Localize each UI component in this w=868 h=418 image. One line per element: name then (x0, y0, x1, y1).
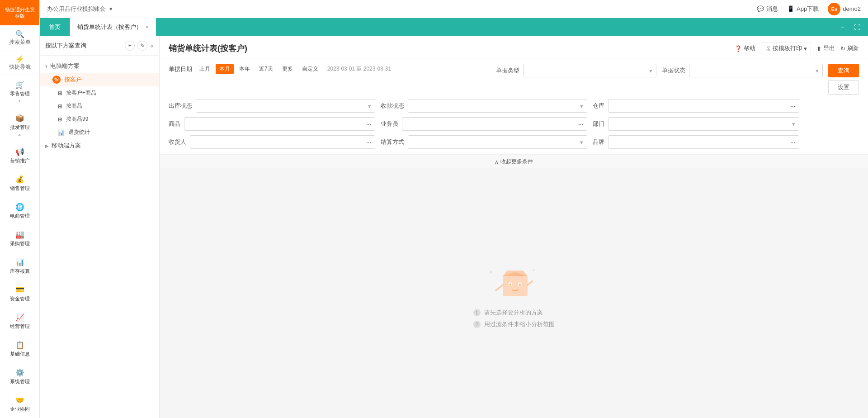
salesperson-more-icon: ··· (578, 121, 583, 128)
sub-item-icon: ⊞ (58, 90, 62, 96)
date-tab-last-month[interactable]: 上月 (196, 64, 214, 74)
receiver-filter[interactable]: ··· (190, 135, 375, 149)
tab-bar-actions: － ⛶ (837, 22, 868, 33)
product-more-icon: ··· (366, 121, 371, 128)
svg-text:✦: ✦ (532, 268, 535, 272)
salesperson-filter[interactable]: ··· (402, 117, 587, 131)
collapse-panel-btn[interactable]: « (150, 42, 154, 49)
tab-home[interactable]: 首页 (40, 18, 70, 36)
message-icon: 💬 (757, 5, 764, 12)
page-title-actions: ❓ 帮助 🖨 按模板打印 ▾ ⬆ 导出 ↻ 刷新 (735, 43, 859, 54)
add-scheme-btn[interactable]: + (125, 41, 135, 51)
type-filter[interactable]: ▾ (523, 64, 657, 77)
sidebar-quick-nav[interactable]: ⚡ 快捷导航 (0, 51, 39, 75)
sidebar-item-wholesale[interactable]: 📦 批发管理 ▴ (0, 109, 39, 142)
app-download-btn[interactable]: 📱 App下载 (787, 5, 819, 13)
main-right: 销货单统计表(按客户) ❓ 帮助 🖨 按模板打印 ▾ ⬆ 导出 (160, 36, 868, 418)
empty-tips: 1 请先选择要分析的方案 2 用过滤条件来缩小分析范围 (473, 309, 555, 328)
sidebar-item-inventory[interactable]: 📊 库存核算 (0, 252, 39, 280)
collapse-chevron-icon: ∧ (495, 159, 499, 165)
tab-active[interactable]: 销货单统计表（按客户） × (70, 18, 156, 36)
receiver-more-icon: ··· (366, 139, 371, 146)
date-tab-7days[interactable]: 近7天 (255, 64, 277, 74)
print-btn[interactable]: 🖨 按模板打印 ▾ (761, 43, 811, 54)
dept-dropdown-icon: ▾ (792, 121, 795, 128)
sidebar-item-operations[interactable]: 📈 经营管理 (0, 308, 39, 335)
mobile-scheme-group[interactable]: ▶ 移动端方案 (40, 139, 159, 152)
date-tab-more[interactable]: 更多 (278, 64, 297, 74)
scheme-item-customer[interactable]: 按 按客户 (40, 73, 159, 86)
empty-state: ✦ ✦ 1 请先选择要分析的方案 2 用过滤条件来缩小分析范围 (160, 168, 868, 418)
panel-title: 按以下方案查询 (45, 42, 86, 50)
tab-maximize-btn[interactable]: ⛶ (852, 22, 863, 33)
sub-item-icon4: 📊 (58, 129, 65, 136)
edit-scheme-btn[interactable]: ✎ (137, 41, 147, 51)
payment-filter[interactable]: ▾ (408, 135, 587, 149)
scheme-item-customer-product[interactable]: ⊞ 按客户+商品 (40, 86, 159, 100)
status-dropdown-icon: ▾ (816, 67, 819, 74)
out-status-label: 出库状态 (169, 102, 192, 110)
date-tab-custom[interactable]: 自定义 (298, 64, 322, 74)
desktop-scheme-group[interactable]: ▾ 电脑端方案 (40, 59, 159, 73)
brand-filter[interactable]: ··· (608, 135, 799, 149)
help-btn[interactable]: ❓ 帮助 (735, 44, 755, 52)
warehouse-filter[interactable]: ··· (608, 99, 799, 113)
scheme-item-product99[interactable]: ⊞ 按商品99 (40, 113, 159, 126)
payment-dropdown-icon: ▾ (580, 139, 583, 146)
header-dropdown-icon[interactable]: ▾ (109, 5, 113, 12)
sub-item-icon3: ⊞ (58, 116, 62, 123)
print-dropdown-icon: ▾ (804, 45, 807, 52)
sidebar-item-purchase[interactable]: 🏭 采购管理 (0, 225, 39, 252)
sidebar-item-finance[interactable]: 💳 资金管理 (0, 280, 39, 308)
date-label: 单据日期 (169, 65, 192, 73)
sidebar-search[interactable]: 🔍 搜索菜单 (0, 25, 39, 51)
sidebar-item-marketing[interactable]: 📢 营销推广 (0, 142, 39, 170)
brand-label: 品牌 (593, 138, 604, 146)
sidebar-item-sales[interactable]: 💰 销售管理 (0, 170, 39, 197)
out-status-filter[interactable]: ▾ (196, 99, 375, 113)
active-scheme-icon: 按 (52, 76, 61, 84)
header-right: 💬 消息 📱 App下载 Ea demo2 (757, 3, 861, 15)
receipt-status-label: 收款状态 (381, 102, 404, 110)
product-filter[interactable]: ··· (184, 117, 375, 131)
left-panel-header: 按以下方案查询 + ✎ « (40, 36, 159, 56)
warehouse-more-icon: ··· (790, 103, 795, 109)
page-title: 销货单统计表(按客户) (169, 43, 247, 54)
user-name: demo2 (843, 5, 861, 12)
header-breadcrumb: 办公用品行业模拟账套 ▾ (47, 5, 113, 13)
top-header: 办公用品行业模拟账套 ▾ 💬 消息 📱 App下载 Ea demo2 (40, 0, 868, 18)
date-range-text: 2023-03-01 至 2023-03-31 (327, 65, 391, 73)
svg-line-6 (528, 281, 532, 285)
sidebar-item-retail[interactable]: 🛒 零售管理 ▾ (0, 75, 39, 109)
sidebar-item-enterprise[interactable]: 🤝 企业协同 (0, 390, 39, 418)
dept-filter[interactable]: ▾ (608, 117, 799, 131)
scheme-item-product[interactable]: ⊞ 按商品 (40, 100, 159, 113)
tab-close-icon[interactable]: × (146, 24, 149, 30)
refresh-btn[interactable]: ↻ 刷新 (840, 44, 859, 52)
query-btn[interactable]: 查询 (828, 64, 859, 77)
settings-btn[interactable]: 设置 (828, 80, 859, 95)
receiver-label: 收货人 (169, 138, 186, 146)
tab-minimize-btn[interactable]: － (837, 22, 848, 33)
sidebar-item-system[interactable]: ⚙️ 系统管理 (0, 363, 39, 390)
scheme-item-return[interactable]: 📊 退货统计 (40, 126, 159, 139)
collapse-more-btn[interactable]: ∧ 收起更多条件 (160, 155, 868, 168)
status-filter[interactable]: ▾ (689, 64, 823, 77)
empty-tip-1: 1 请先选择要分析的方案 (473, 309, 555, 317)
type-label: 单据类型 (496, 66, 519, 75)
sidebar-item-basic[interactable]: 📋 基础信息 (0, 335, 39, 363)
group-arrow-icon: ▾ (45, 64, 47, 69)
warehouse-label: 仓库 (593, 102, 604, 110)
brand-more-icon: ··· (790, 139, 795, 146)
date-tab-this-month[interactable]: 本月 (216, 64, 234, 74)
date-tab-this-year[interactable]: 本年 (236, 64, 254, 74)
user-profile[interactable]: Ea demo2 (828, 3, 861, 15)
sub-item-icon2: ⊞ (58, 103, 62, 109)
svg-point-3 (509, 284, 511, 285)
sidebar-item-ecommerce[interactable]: 🌐 电商管理 (0, 197, 39, 225)
left-panel: 按以下方案查询 + ✎ « ▾ 电脑端方案 按 按客户 ⊞ (40, 36, 160, 418)
receipt-status-filter[interactable]: ▾ (408, 99, 587, 113)
message-btn[interactable]: 💬 消息 (757, 5, 778, 13)
page-content: 按以下方案查询 + ✎ « ▾ 电脑端方案 按 按客户 ⊞ (40, 36, 868, 418)
export-btn[interactable]: ⬆ 导出 (816, 44, 835, 52)
